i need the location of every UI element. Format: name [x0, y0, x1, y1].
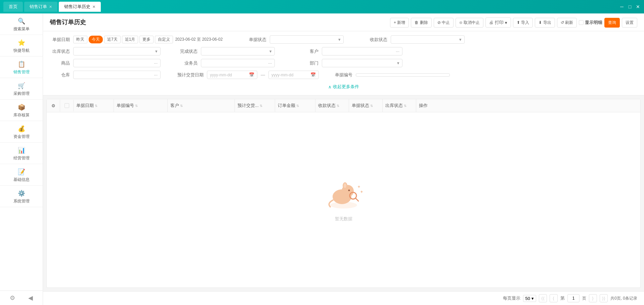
close-button[interactable]: ✕ [635, 4, 641, 9]
th-payment-status[interactable]: 收款状态 ⇅ [315, 99, 349, 112]
sidebar-bottom: ⚙ ◀ [0, 291, 43, 305]
sidebar-item-quick-nav-label: 快捷导航 [13, 48, 30, 53]
sidebar-item-inventory-label: 库存核算 [13, 112, 30, 118]
goods-label: 商品 [50, 60, 70, 66]
page-header: 销售订单历史 + 新增 🗑 删除 ⊘ 中止 ⊙ 取消中止 🖨 打印 ▾ ⬆ 导入… [43, 13, 644, 31]
date-btn-yesterday[interactable]: 昨天 [73, 36, 87, 43]
sidebar-item-inventory[interactable]: 📦 库存核算 [0, 100, 43, 121]
collapse-button[interactable]: ∧ 收起更多条件 [50, 82, 637, 91]
doc-date-label: 单据日期 [50, 37, 70, 43]
th-doc-status[interactable]: 单据状态 ⇅ [349, 99, 383, 112]
cancel-stop-button[interactable]: ⊙ 取消中止 [456, 18, 483, 28]
tab-sales-order[interactable]: 销售订单 ✕ [24, 2, 57, 12]
goods-input[interactable]: ··· [73, 59, 161, 67]
th-action-label: 操作 [419, 103, 428, 109]
tab-sales-order-close[interactable]: ✕ [49, 5, 52, 9]
sidebar-item-purchase-mgmt[interactable]: 🛒 采购管理 [0, 78, 43, 100]
table-select-all-checkbox[interactable] [65, 103, 69, 108]
show-detail-checkbox[interactable] [579, 20, 584, 25]
dept-select[interactable]: ▾ [322, 59, 402, 67]
th-payment-sort-icon: ⇅ [337, 104, 339, 108]
delivery-end-input[interactable]: yyyy-mm-dd 📅 [268, 71, 319, 79]
delete-button[interactable]: 🗑 删除 [411, 18, 431, 28]
collapse-up-icon: ∧ [328, 84, 332, 89]
date-btn-more[interactable]: 更多 [139, 36, 154, 43]
import-button[interactable]: ⬆ 导入 [513, 18, 533, 28]
date-btn-1month[interactable]: 近1月 [122, 36, 138, 43]
page-last-button[interactable]: ⟩⟩ [600, 294, 608, 302]
salesman-input[interactable]: ··· [201, 59, 275, 67]
refresh-button[interactable]: ↺ 刷新 [557, 18, 577, 28]
date-btn-7days[interactable]: 近7天 [104, 36, 121, 43]
sidebar-item-sales-mgmt[interactable]: 📋 销售管理 [0, 56, 43, 78]
export-button[interactable]: ⬇ 导出 [535, 18, 555, 28]
delivery-end-calendar-icon: 📅 [310, 72, 316, 77]
filter-row-3: 商品 ··· 业务员 ··· 部门 ▾ [50, 59, 637, 67]
sidebar-item-base-info[interactable]: 📝 基础信息 [0, 164, 43, 186]
date-btn-today[interactable]: 今天 [89, 36, 103, 43]
sidebar-item-finance-label: 资金管理 [13, 134, 30, 140]
warehouse-input[interactable]: ··· [73, 71, 161, 79]
salesman-dots-icon: ··· [268, 61, 272, 66]
sidebar-settings-button[interactable]: ⚙ [10, 294, 15, 302]
th-customer-label: 客户 [170, 103, 179, 109]
sidebar-item-quick-nav[interactable]: ⭐ 快捷导航 [0, 35, 43, 56]
th-customer[interactable]: 客户 ⇅ [168, 99, 235, 112]
print-button[interactable]: 🖨 打印 ▾ [485, 17, 511, 28]
page-prev-button[interactable]: ⟨ [550, 294, 558, 302]
salesman-label: 业务员 [177, 60, 198, 66]
th-settings[interactable]: ⚙ [47, 100, 60, 112]
th-doc-no[interactable]: 单据编号 ⇅ [114, 99, 168, 112]
table-header: ⚙ 单据日期 ⇅ 单据编号 ⇅ 客户 ⇅ 预计交货... [47, 99, 640, 112]
dept-label: 部门 [298, 60, 318, 66]
out-status-select[interactable]: ▾ [73, 47, 161, 55]
tab-sales-order-history[interactable]: 销售订单历史 ✕ [59, 2, 101, 12]
query-button[interactable]: 查询 [604, 18, 620, 28]
sidebar-item-search-menu[interactable]: 🔍 搜索菜单 [0, 13, 43, 35]
th-amount[interactable]: 订单金额 ⇅ [275, 99, 315, 112]
minimize-button[interactable]: ─ [619, 4, 625, 9]
th-delivery-date[interactable]: 预计交货... ⇅ [235, 99, 275, 112]
sidebar-collapse-button[interactable]: ◀ [28, 294, 33, 302]
payment-status-label: 收款状态 [367, 37, 387, 43]
filter-area: 单据日期 昨天 今天 近7天 近1月 更多 自定义 2023-06-02 至 2… [43, 31, 644, 96]
th-out-status[interactable]: 出库状态 ⇅ [383, 99, 416, 112]
svg-point-6 [348, 190, 349, 191]
maximize-button[interactable]: □ [627, 4, 633, 9]
svg-text:✦: ✦ [357, 184, 361, 189]
page-size-select[interactable]: 50 ▾ [523, 295, 536, 302]
stop-button[interactable]: ⊘ 中止 [434, 18, 454, 28]
order-no-input[interactable] [356, 73, 450, 77]
page-size-label: 每页显示 [503, 295, 520, 301]
customer-input[interactable]: ··· [322, 47, 402, 55]
customer-dots-icon: ··· [396, 49, 399, 54]
delivery-end-placeholder: yyyy-mm-dd [271, 73, 309, 77]
page-number-input[interactable] [567, 294, 579, 302]
settings-button[interactable]: 设置 [622, 18, 637, 28]
sidebar-item-finance[interactable]: 💰 资金管理 [0, 121, 43, 143]
payment-status-select[interactable]: ▾ [391, 35, 465, 44]
tab-sales-order-history-close[interactable]: ✕ [92, 5, 95, 9]
delivery-start-input[interactable]: yyyy-mm-dd 📅 [207, 71, 257, 79]
date-btn-custom[interactable]: 自定义 [155, 36, 173, 43]
th-doc-date[interactable]: 单据日期 ⇅ [74, 99, 114, 112]
th-doc-no-label: 单据编号 [117, 103, 134, 109]
tab-home[interactable]: 首页 [3, 2, 23, 12]
tab-sales-order-history-label: 销售订单历史 [64, 4, 90, 10]
page-first-button[interactable]: ⟨⟨ [539, 294, 547, 302]
page-next-button[interactable]: ⟩ [589, 294, 597, 302]
add-button[interactable]: + 新增 [390, 18, 409, 28]
finance-icon: 💰 [18, 125, 25, 132]
sidebar-item-sys-mgmt[interactable]: ⚙️ 系统管理 [0, 186, 43, 207]
complete-status-select[interactable]: ▾ [201, 47, 275, 55]
th-checkbox[interactable] [60, 100, 74, 111]
th-payment-label: 收款状态 [318, 103, 336, 109]
empty-svg: ✦ ✦ [324, 178, 364, 212]
date-btn-group: 昨天 今天 近7天 近1月 更多 自定义 [73, 36, 173, 43]
empty-text: 暂无数据 [335, 216, 352, 222]
th-out-status-sort-icon: ⇅ [404, 104, 406, 108]
doc-status-select[interactable]: ▾ [270, 35, 344, 44]
tab-home-label: 首页 [9, 4, 17, 10]
th-out-status-label: 出库状态 [385, 103, 403, 109]
sidebar-item-ops-mgmt[interactable]: 📊 经营管理 [0, 143, 43, 164]
